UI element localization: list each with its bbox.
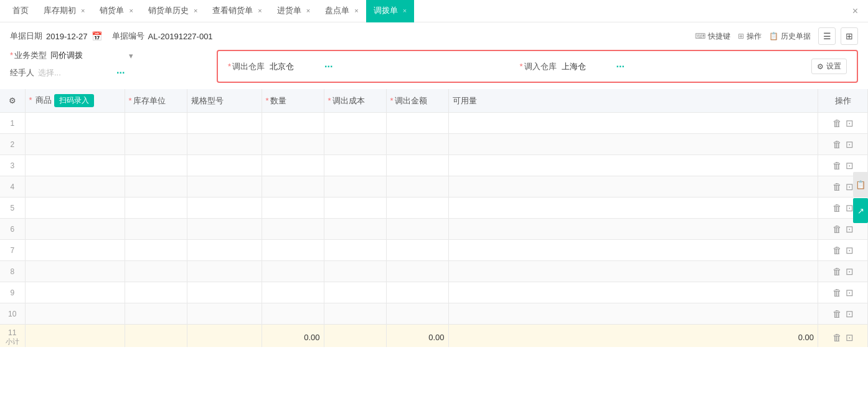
row-cost-4[interactable]: [324, 176, 386, 198]
delete-icon-6[interactable]: 🗑: [833, 224, 842, 234]
row-amount-8[interactable]: [386, 261, 448, 282]
row-cost-7[interactable]: [324, 240, 386, 261]
row-spec-1[interactable]: [187, 113, 262, 134]
tab-inventory-init[interactable]: 库存期初 ×: [36, 0, 92, 22]
copy-icon-11[interactable]: ⊡: [846, 332, 854, 343]
delete-icon-3[interactable]: 🗑: [833, 160, 842, 171]
copy-icon-4[interactable]: ⊡: [846, 181, 854, 193]
row-goods-5[interactable]: [25, 198, 125, 219]
row-spec-10[interactable]: [187, 303, 262, 325]
tab-close-stock-count[interactable]: ×: [354, 7, 358, 14]
row-qty-8[interactable]: [262, 261, 324, 282]
row-qty-5[interactable]: [262, 198, 324, 219]
handler-more-btn[interactable]: ···: [116, 67, 125, 79]
row-qty-2[interactable]: [262, 134, 324, 155]
row-cost-8[interactable]: [324, 261, 386, 282]
row-cost-2[interactable]: [324, 134, 386, 155]
scan-button[interactable]: 扫码录入: [54, 94, 94, 107]
row-qty-9[interactable]: [262, 282, 324, 303]
row-amount-4[interactable]: [386, 176, 448, 198]
row-amount-7[interactable]: [386, 240, 448, 261]
copy-icon-8[interactable]: ⊡: [846, 266, 854, 277]
row-unit-1[interactable]: [125, 113, 187, 134]
shortcut-btn[interactable]: ⌨ 快捷键: [695, 31, 730, 42]
tab-close-sales-order[interactable]: ×: [129, 7, 133, 14]
tab-sales-order[interactable]: 销货单 ×: [92, 0, 140, 22]
row-amount-10[interactable]: [386, 303, 448, 325]
row-goods-4[interactable]: [25, 176, 125, 198]
row-cost-9[interactable]: [324, 282, 386, 303]
delete-icon-2[interactable]: 🗑: [833, 139, 842, 150]
business-type-value[interactable]: 同价调拨: [50, 50, 125, 61]
row-amount-6[interactable]: [386, 219, 448, 240]
tab-purchase-order[interactable]: 进货单 ×: [270, 0, 318, 22]
row-cost-10[interactable]: [324, 303, 386, 325]
delete-icon-7[interactable]: 🗑: [833, 245, 842, 255]
delete-icon-10[interactable]: 🗑: [833, 308, 842, 319]
side-export-btn[interactable]: ↗: [853, 198, 868, 223]
settings-button[interactable]: ⚙ 设置: [811, 59, 847, 74]
row-unit-7[interactable]: [125, 240, 187, 261]
tab-sales-history[interactable]: 销货单历史 ×: [141, 0, 205, 22]
row-goods-10[interactable]: [25, 303, 125, 325]
tab-close-inventory-init[interactable]: ×: [81, 7, 85, 14]
row-spec-6[interactable]: [187, 219, 262, 240]
row-goods-8[interactable]: [25, 261, 125, 282]
side-note-btn[interactable]: 📋: [853, 172, 868, 197]
row-unit-6[interactable]: [125, 219, 187, 240]
tab-home[interactable]: 首页: [5, 0, 36, 22]
table-settings-icon[interactable]: ⚙: [9, 96, 16, 105]
row-unit-9[interactable]: [125, 282, 187, 303]
tab-view-sales[interactable]: 查看销货单 ×: [205, 0, 269, 22]
row-spec-8[interactable]: [187, 261, 262, 282]
row-spec-3[interactable]: [187, 155, 262, 176]
copy-icon-9[interactable]: ⊡: [846, 287, 854, 298]
copy-icon-6[interactable]: ⊡: [846, 224, 854, 235]
row-qty-10[interactable]: [262, 303, 324, 325]
tab-transfer[interactable]: 调拨单 ×: [366, 0, 414, 22]
copy-icon-5[interactable]: ⊡: [846, 202, 854, 214]
row-amount-3[interactable]: [386, 155, 448, 176]
warehouse-out-more-btn[interactable]: ···: [324, 61, 333, 72]
row-cost-3[interactable]: [324, 155, 386, 176]
row-unit-3[interactable]: [125, 155, 187, 176]
row-unit-5[interactable]: [125, 198, 187, 219]
row-unit-4[interactable]: [125, 176, 187, 198]
row-amount-5[interactable]: [386, 198, 448, 219]
row-unit-2[interactable]: [125, 134, 187, 155]
grid-view-btn[interactable]: ⊞: [841, 27, 858, 45]
row-qty-1[interactable]: [262, 113, 324, 134]
row-qty-4[interactable]: [262, 176, 324, 198]
list-view-btn[interactable]: ☰: [818, 27, 836, 45]
warehouse-out-value[interactable]: 北京仓: [270, 61, 319, 72]
delete-icon-4[interactable]: 🗑: [833, 181, 842, 192]
warehouse-in-more-btn[interactable]: ···: [616, 61, 625, 72]
row-goods-7[interactable]: [25, 240, 125, 261]
row-amount-9[interactable]: [386, 282, 448, 303]
row-goods-2[interactable]: [25, 134, 125, 155]
operation-btn[interactable]: ⊞ 操作: [738, 31, 762, 42]
copy-icon-3[interactable]: ⊡: [846, 160, 854, 171]
row-qty-3[interactable]: [262, 155, 324, 176]
copy-icon-10[interactable]: ⊡: [846, 308, 854, 320]
row-qty-6[interactable]: [262, 219, 324, 240]
row-goods-3[interactable]: [25, 155, 125, 176]
row-unit-10[interactable]: [125, 303, 187, 325]
row-spec-9[interactable]: [187, 282, 262, 303]
row-spec-2[interactable]: [187, 134, 262, 155]
tab-close-purchase-order[interactable]: ×: [306, 7, 310, 14]
tab-close-view-sales[interactable]: ×: [258, 7, 262, 14]
row-cost-6[interactable]: [324, 219, 386, 240]
row-goods-1[interactable]: [25, 113, 125, 134]
calendar-icon[interactable]: 📅: [92, 31, 102, 41]
delete-icon-8[interactable]: 🗑: [833, 266, 842, 277]
window-close-button[interactable]: ×: [847, 6, 863, 17]
row-goods-11[interactable]: [25, 325, 125, 348]
row-goods-6[interactable]: [25, 219, 125, 240]
handler-value[interactable]: 选择...: [38, 67, 113, 79]
history-btn[interactable]: 📋 历史单据: [769, 31, 811, 42]
copy-icon-1[interactable]: ⊡: [846, 118, 854, 129]
row-spec-5[interactable]: [187, 198, 262, 219]
row-amount-1[interactable]: [386, 113, 448, 134]
delete-icon-9[interactable]: 🗑: [833, 287, 842, 298]
